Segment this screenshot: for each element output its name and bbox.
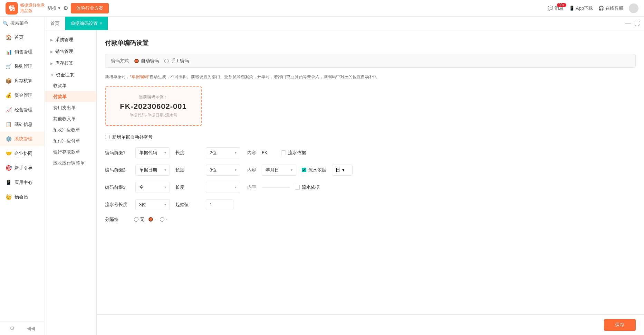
logo-icon: 畅 [6, 2, 18, 15]
tab-bar: 首页 单据编码设置 × — ⛶ [45, 17, 644, 30]
appcenter-icon: 📱 [6, 179, 12, 186]
content3-label: 内容 [247, 184, 256, 190]
length1-select[interactable]: 2位 ▾ [206, 147, 240, 158]
group-sales-header[interactable]: ▶ 销售管理 [45, 46, 96, 57]
group-finance-header[interactable]: ▼ 资金往来 [45, 70, 96, 80]
leaf-adjustment[interactable]: 应收应付调整单 [45, 158, 96, 169]
tab-coding[interactable]: 单据编码设置 × [65, 17, 108, 30]
group-inventory-header[interactable]: ▶ 库存核算 [45, 58, 96, 68]
auto-fill-checkbox[interactable] [105, 135, 109, 139]
auto-fill-row[interactable]: 新增单据自动补空号 [105, 134, 636, 140]
main-sidebar: 🔍 搜索菜单 🏠 首页 📊 销售管理 🛒 采购管理 📦 库存核算 💰 资金管理 … [0, 17, 45, 335]
sidebar-item-guide[interactable]: 🎯 新手引导 [0, 161, 45, 175]
search-menu[interactable]: 🔍 搜索菜单 [0, 17, 45, 30]
group-purchase: ▶ 采购管理 [45, 35, 96, 45]
serial-length-select[interactable]: 3位 ▾ [135, 199, 170, 210]
app-download-button[interactable]: 📱 App下载 [569, 5, 593, 11]
length2-select[interactable]: 8位 ▾ [206, 165, 240, 176]
prefix1-label: 编码前缀1 [105, 150, 130, 156]
sidebar-item-basic[interactable]: 📋 基础信息 [0, 117, 45, 132]
preview-label: 当前编码示例： [119, 94, 187, 100]
leaf-receipt[interactable]: 收款单 [45, 80, 96, 91]
trial-button[interactable]: 体验行业方案 [71, 3, 109, 13]
guide-icon: 🎯 [6, 165, 12, 171]
dropdown-arrow-icon: ▾ [58, 6, 60, 11]
leaf-bank[interactable]: 银行存取款单 [45, 147, 96, 158]
purchase-icon: 🛒 [6, 63, 12, 69]
length3-select[interactable]: ▾ [206, 182, 240, 193]
tab-bar-actions: — ⛶ [621, 17, 644, 30]
sidebar-item-system[interactable]: ⚙️ 系统管理 [0, 132, 45, 146]
sidebar-item-appcenter[interactable]: 📱 应用中心 [0, 175, 45, 190]
length2-chevron-icon: ▾ [235, 168, 237, 172]
tab-close-icon[interactable]: × [100, 21, 102, 26]
inventory-icon: 📦 [6, 78, 12, 84]
leaf-advance-receivable[interactable]: 预收冲应收单 [45, 124, 96, 136]
prefix1-select[interactable]: 单据代码 ▾ [135, 147, 170, 158]
prefix1-row: 编码前缀1 单据代码 ▾ 长度 2位 ▾ 内容 FK [105, 147, 636, 158]
sidebar-item-sales[interactable]: 📊 销售管理 [0, 45, 45, 59]
group-finance-arrow: ▼ [50, 73, 54, 77]
sep-dot-radio[interactable]: · [148, 217, 156, 222]
maximize-icon[interactable]: ⛶ [634, 20, 640, 27]
operation-icon: 📈 [6, 107, 12, 113]
save-button[interactable]: 保存 [604, 319, 636, 331]
serial3-checkbox[interactable]: 流水依据 [295, 184, 320, 190]
top-bar-left: 畅 畅捷通好生意 搭品版 切换 ▾ ⚙ 体验行业方案 [6, 2, 109, 15]
prefix2-label: 编码前缀2 [105, 167, 130, 173]
content2-select[interactable]: 年月日 ▾ [262, 165, 296, 176]
prefix3-row: 编码前缀3 空 ▾ 长度 ▾ 内容 [105, 182, 636, 193]
settings-icon[interactable]: ⚙ [63, 5, 68, 11]
separator-row: 分隔符 无 · · [105, 216, 636, 223]
home-icon: 🏠 [6, 34, 12, 40]
phone-icon: 📱 [569, 6, 575, 11]
content1-label: 内容 [247, 150, 256, 156]
user-avatar[interactable] [629, 3, 638, 13]
manual-code-radio[interactable]: 手工编码 [164, 58, 189, 64]
encoding-mode-radios: 自动编码 手工编码 [134, 58, 189, 64]
app-dropdown[interactable]: 切换 ▾ [48, 5, 60, 11]
group-inventory: ▶ 库存核算 [45, 58, 96, 68]
sidebar-item-purchase[interactable]: 🛒 采购管理 [0, 59, 45, 74]
sidebar-item-finance[interactable]: 💰 资金管理 [0, 88, 45, 103]
serial2-checkbox[interactable]: 流水依据 [302, 167, 326, 173]
prefix2-chevron-icon: ▾ [164, 168, 166, 172]
prefix2-select[interactable]: 单据日期 ▾ [135, 165, 170, 176]
day-chevron-icon: ▾ [342, 167, 345, 173]
group-purchase-header[interactable]: ▶ 采购管理 [45, 35, 96, 45]
sidebar-item-home[interactable]: 🏠 首页 [0, 30, 45, 45]
minimize-icon[interactable]: — [625, 20, 631, 27]
auto-code-radio[interactable]: 自动编码 [134, 58, 159, 64]
serial-length-row: 流水号长度 3位 ▾ 起始值 [105, 199, 636, 210]
serial1-checkbox[interactable]: 流水依据 [281, 150, 306, 156]
main-layout: 🔍 搜索菜单 🏠 首页 📊 销售管理 🛒 采购管理 📦 库存核算 💰 资金管理 … [0, 17, 644, 335]
content2-chevron-icon: ▾ [291, 168, 292, 172]
sub-layout: ▶ 采购管理 ▶ 销售管理 ▶ 库存核算 [45, 30, 644, 335]
prefix3-select[interactable]: 空 ▾ [135, 182, 170, 193]
leaf-other-income[interactable]: 其他收入单 [45, 113, 96, 124]
message-button[interactable]: 💬 消息 99+ [548, 5, 564, 11]
day-select[interactable]: 日 ▾ [332, 165, 353, 176]
prefix2-row: 编码前缀2 单据日期 ▾ 长度 8位 ▾ 内容 年月日 [105, 165, 636, 176]
sidebar-item-operation[interactable]: 📈 经营管理 [0, 103, 45, 117]
length2-label: 长度 [175, 167, 200, 173]
leaf-expense[interactable]: 费用支出单 [45, 102, 96, 113]
collapse-icon[interactable]: ◀◀ [27, 325, 35, 332]
message-badge: 99+ [557, 3, 566, 7]
top-bar: 畅 畅捷通好生意 搭品版 切换 ▾ ⚙ 体验行业方案 💬 消息 99+ 📱 Ap… [0, 0, 644, 17]
sidebar-item-member[interactable]: 👑 畅会员 [0, 190, 45, 204]
settings-bottom-icon[interactable]: ⚙ [10, 325, 15, 332]
sidebar-item-inventory[interactable]: 📦 库存核算 [0, 74, 45, 88]
preview-box: 当前编码示例： FK-20230602-001 单据代码-单据日期-流水号 [105, 86, 202, 126]
member-icon: 👑 [6, 194, 12, 200]
sep-none-radio[interactable]: 无 [134, 216, 144, 223]
online-service-button[interactable]: 🎧 在线客服 [598, 5, 623, 11]
tab-home[interactable]: 首页 [45, 17, 65, 30]
start-value-input[interactable] [206, 199, 233, 210]
sidebar-item-enterprise[interactable]: 🤝 企业协同 [0, 146, 45, 161]
length3-chevron-icon: ▾ [235, 185, 237, 189]
leaf-advance-payable[interactable]: 预付冲应付单 [45, 136, 96, 147]
system-icon: ⚙️ [6, 136, 12, 142]
sep-dash-radio[interactable]: · [160, 217, 167, 222]
leaf-payment[interactable]: 付款单 [45, 91, 96, 102]
